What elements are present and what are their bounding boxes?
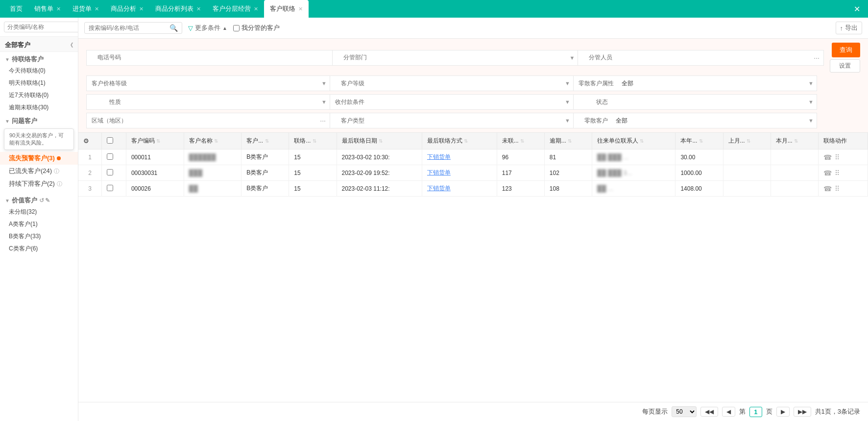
manager-more-icon[interactable]: ··· xyxy=(810,54,823,62)
col-code[interactable]: 客户编码 ⇅ xyxy=(126,133,184,149)
row-contact-icon[interactable]: ☎ xyxy=(823,185,832,193)
price-level-select[interactable]: ▼ xyxy=(132,80,330,86)
pending-contact-group[interactable]: ▼ 待联络客户 xyxy=(0,52,78,65)
main-search-input[interactable] xyxy=(89,25,169,31)
filter-row-4: 区域（地区） ··· 客户类型 ▼ 零散客户 全部 ▼ xyxy=(86,113,860,128)
tab-customer-tier[interactable]: 客户分层经营 ✕ xyxy=(207,0,264,18)
row-contact: 15 xyxy=(289,165,337,181)
row-checkbox[interactable] xyxy=(102,181,126,197)
sidebar-item-ungrouped[interactable]: 未分组(32) xyxy=(0,206,78,218)
filter-row-2: 客户价格等级 ▼ 客户等级 ▼ 零散客户属性 全部 xyxy=(86,75,860,91)
row-checkbox[interactable] xyxy=(102,149,126,165)
sidebar-item-class-c[interactable]: C类客户(6) xyxy=(0,243,78,255)
tab-purchase-close[interactable]: ✕ xyxy=(95,6,99,12)
row-more-icon[interactable]: ⠿ xyxy=(835,153,840,161)
export-button[interactable]: ↑ 导出 xyxy=(836,22,863,34)
more-filter-button[interactable]: ▽ 更多条件 ▲ xyxy=(188,24,227,32)
region-input[interactable] xyxy=(132,115,316,126)
manager-input[interactable] xyxy=(617,52,810,63)
tab-product-list-close[interactable]: ✕ xyxy=(196,6,201,12)
tab-customer-contact[interactable]: 客户联络 ✕ xyxy=(264,0,309,18)
col-last-method[interactable]: 最后联络方式 ⇅ xyxy=(422,133,497,149)
nature-select[interactable]: ▼ xyxy=(126,99,330,105)
col-this-month[interactable]: 本月... ⇅ xyxy=(771,133,818,149)
select-all-checkbox[interactable] xyxy=(107,137,113,144)
row-more-icon[interactable]: ⠿ xyxy=(835,185,840,193)
col-contact[interactable]: 联络... ⇅ xyxy=(289,133,337,149)
value-refresh-icon[interactable]: ↺ xyxy=(39,197,44,204)
my-customers-filter[interactable]: 我分管的客户 xyxy=(233,24,280,32)
col-last-date[interactable]: 最后联络日期 ⇅ xyxy=(337,133,422,149)
col-type[interactable]: 客户... ⇅ xyxy=(241,133,289,149)
status-select[interactable]: ▼ xyxy=(613,99,817,105)
retail-customer-select[interactable]: 全部 ▼ xyxy=(613,117,817,125)
tab-product-analysis-close[interactable]: ✕ xyxy=(139,6,144,12)
tab-purchase[interactable]: 进货单 ✕ xyxy=(67,0,105,18)
row-contact2: ██ ... xyxy=(592,181,675,197)
row-contact-icon[interactable]: ☎ xyxy=(823,153,832,161)
my-customers-checkbox[interactable] xyxy=(233,25,240,31)
main-search-icon[interactable]: 🔍 xyxy=(169,24,178,32)
customer-level-select[interactable]: ▼ xyxy=(369,80,573,86)
tab-sales[interactable]: 销售单 ✕ xyxy=(28,0,67,18)
dept-select[interactable]: ▼ xyxy=(372,55,578,61)
date-sort-icon: ⇅ xyxy=(379,138,383,144)
col-checkbox[interactable] xyxy=(102,133,126,149)
col-gear[interactable]: ⚙ xyxy=(78,133,102,149)
per-page-select[interactable]: 50 100 xyxy=(672,406,697,417)
col-contact2[interactable]: 往来单位联系人 ⇅ xyxy=(592,133,675,149)
last-page-button[interactable]: ▶▶ xyxy=(794,407,811,417)
sidebar-item-declining[interactable]: 持续下滑客户(2) ⓘ xyxy=(0,177,78,190)
sidebar-item-tomorrow[interactable]: 明天待联络(1) xyxy=(0,77,78,89)
filter-payment: 收付款条件 ▼ xyxy=(330,94,574,110)
prev-page-button[interactable]: ◀ xyxy=(722,407,735,417)
tab-product-analysis[interactable]: 商品分析 ✕ xyxy=(105,0,149,18)
window-close-button[interactable]: ✕ xyxy=(850,2,864,16)
col-name[interactable]: 客户名称 ⇅ xyxy=(184,133,241,149)
filter-customer-level: 客户等级 ▼ xyxy=(330,75,574,91)
settings-button[interactable]: 设置 xyxy=(830,59,860,73)
sidebar-search-input[interactable] xyxy=(4,22,78,32)
sidebar-item-churn-warning[interactable]: 流失预警客户(3) xyxy=(0,152,78,165)
sidebar-item-7days[interactable]: 近7天待联络(0) xyxy=(0,89,78,101)
col-uncontacted[interactable]: 未联... ⇅ xyxy=(497,133,544,149)
tab-customer-tier-close[interactable]: ✕ xyxy=(254,6,258,12)
sidebar-item-lost[interactable]: 已流失客户(24) ⓘ xyxy=(0,165,78,177)
dept-arrow-icon: ▼ xyxy=(569,55,575,61)
row-checkbox[interactable] xyxy=(102,165,126,181)
col-this-year[interactable]: 本年... ⇅ xyxy=(675,133,723,149)
row-more-icon[interactable]: ⠿ xyxy=(835,169,840,177)
next-page-button[interactable]: ▶ xyxy=(776,407,790,417)
tab-home[interactable]: 首页 xyxy=(4,0,28,18)
tab-sales-close[interactable]: ✕ xyxy=(56,6,61,12)
retail-attr-select[interactable]: 全部 ▼ xyxy=(619,79,817,88)
all-customers-header[interactable]: 全部客户 《 xyxy=(0,37,78,52)
table-row: 2 00030031 ███ B类客户 15 2023-02-09 19:52:… xyxy=(78,165,868,181)
row-last-method[interactable]: 下销货单 xyxy=(422,181,497,197)
tab-product-list[interactable]: 商品分析列表 ✕ xyxy=(149,0,207,18)
phone-input[interactable] xyxy=(126,52,332,63)
col-last-month[interactable]: 上月... ⇅ xyxy=(723,133,771,149)
payment-select[interactable]: ▼ xyxy=(369,99,573,105)
sidebar-item-class-b[interactable]: B类客户(33) xyxy=(0,230,78,243)
row-last-method[interactable]: 下销货单 xyxy=(422,149,497,165)
sidebar-collapse-icon[interactable]: 《 xyxy=(68,42,73,49)
sidebar-item-class-a[interactable]: A类客户(1) xyxy=(0,218,78,230)
col-overdue[interactable]: 逾期... ⇅ xyxy=(544,133,592,149)
value-customer-group[interactable]: ▼ 价值客户 ↺ ✎ xyxy=(0,193,78,206)
sidebar-item-today[interactable]: 今天待联络(0) xyxy=(0,65,78,77)
value-edit-icon[interactable]: ✎ xyxy=(45,197,50,204)
filter-row-1: 电话号码 分管部门 ▼ 分管人员 ··· 查询 设置 xyxy=(86,43,860,73)
customer-type-select[interactable]: ▼ xyxy=(369,118,573,124)
first-page-button[interactable]: ◀◀ xyxy=(700,407,718,417)
problem-customer-group[interactable]: ▼ 问题客户 xyxy=(0,114,78,126)
region-more-icon[interactable]: ··· xyxy=(316,117,330,124)
overdue-sort-icon: ⇅ xyxy=(568,138,572,144)
tab-customer-contact-close[interactable]: ✕ xyxy=(298,6,303,12)
query-button[interactable]: 查询 xyxy=(832,43,860,57)
sidebar-item-overdue[interactable]: 逾期未联络(30) xyxy=(0,101,78,114)
row-num: 1 xyxy=(78,149,102,165)
row-last-method[interactable]: 下销货单 xyxy=(422,165,497,181)
row-name: ███ xyxy=(184,165,241,181)
row-contact-icon[interactable]: ☎ xyxy=(823,169,832,177)
